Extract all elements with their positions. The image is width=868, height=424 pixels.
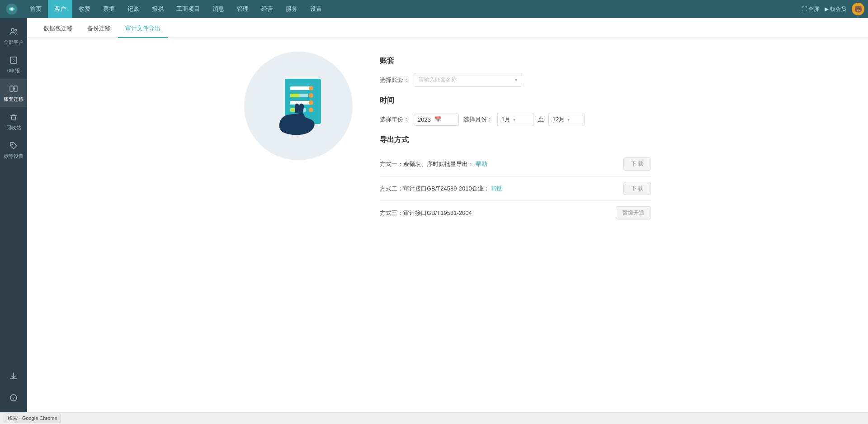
fullscreen-btn[interactable]: ⛶ 全屏 — [802, 5, 819, 13]
tab-audit-export[interactable]: 审计文件导出 — [118, 20, 168, 38]
nav-bookkeeping[interactable]: 记账 — [121, 0, 146, 18]
time-section-title: 时间 — [380, 96, 651, 105]
chevron-down-icon: ▾ — [515, 77, 517, 82]
nav-operation[interactable]: 经营 — [255, 0, 279, 18]
svg-point-2 — [11, 29, 14, 31]
export-methods: 方式一：余额表、序时账批量导出： 帮助 下 载 方式二：审计接口GB/T2458… — [380, 152, 651, 225]
svg-text:0: 0 — [13, 58, 15, 62]
status-badge: 线索 - Google Chrome — [4, 414, 61, 423]
month-start-value: 1月 — [501, 115, 510, 124]
sidebar: 全部客户 0 0申报 账套迁移 — [0, 18, 27, 412]
sidebar-item-trash[interactable]: 回收站 — [0, 107, 27, 136]
content-area: 数据包迁移 备份迁移 审计文件导出 — [27, 18, 868, 412]
nav-fee[interactable]: 收费 — [72, 0, 97, 18]
svg-point-18 — [309, 100, 313, 105]
method-1-download-btn[interactable]: 下 载 — [623, 157, 651, 171]
help-icon: ? — [8, 392, 19, 403]
calendar-icon: 📅 — [434, 116, 441, 123]
nav-manage[interactable]: 管理 — [231, 0, 255, 18]
time-row: 选择年份： 2023 📅 选择月份： 1月 ▾ 至 12月 — [380, 113, 651, 126]
avatar[interactable]: 🐻 — [852, 3, 864, 15]
svg-point-3 — [15, 29, 17, 31]
method-3-label: 方式三：审计接口GB/T19581-2004 — [380, 209, 472, 217]
month-end-value: 12月 — [552, 115, 565, 124]
method-3-trial-btn[interactable]: 暂缓开通 — [616, 206, 651, 219]
svg-point-17 — [309, 93, 313, 98]
account-section-title: 账套 — [380, 56, 651, 66]
status-bar: 线索 - Google Chrome — [0, 412, 868, 424]
fullscreen-icon: ⛶ — [802, 6, 807, 12]
svg-text:?: ? — [12, 396, 14, 400]
method-2-help-link[interactable]: 帮助 — [491, 185, 503, 192]
svg-point-16 — [309, 86, 313, 91]
main-layout: 全部客户 0 0申报 账套迁移 — [0, 18, 868, 412]
nav-items: 首页 客户 收费 票据 记账 报税 工商项目 消息 管理 经营 服务 设置 — [24, 0, 802, 18]
sidebar-item-migrate[interactable]: 账套迁移 — [0, 79, 27, 107]
download-icon — [8, 371, 19, 381]
sidebar-item-zero-report[interactable]: 0 0申报 — [0, 50, 27, 79]
year-input[interactable]: 2023 📅 — [414, 114, 459, 126]
account-row: 选择账套： 请输入账套名称 ▾ — [380, 73, 651, 87]
nav-invoice[interactable]: 票据 — [97, 0, 121, 18]
sidebar-label-trash: 回收站 — [6, 124, 21, 131]
account-label: 选择账套： — [380, 76, 409, 84]
sidebar-label-migrate: 账套迁移 — [4, 96, 24, 103]
year-value: 2023 — [418, 116, 431, 123]
tab-data-migration[interactable]: 数据包迁移 — [36, 20, 80, 38]
nav-settings[interactable]: 设置 — [304, 0, 328, 18]
method-row-1: 方式一：余额表、序时账批量导出： 帮助 下 载 — [380, 152, 651, 176]
sidebar-label-zero-report: 0申报 — [7, 67, 20, 74]
method-1-label: 方式一：余额表、序时账批量导出： 帮助 — [380, 160, 487, 168]
app-logo — [4, 1, 20, 17]
sidebar-label-tag: 标签设置 — [4, 153, 24, 160]
account-select[interactable]: 请输入账套名称 ▾ — [414, 73, 522, 87]
month-end-select[interactable]: 12月 ▾ — [548, 113, 585, 126]
method-2-label: 方式二：审计接口GB/T24589-2010企业： 帮助 — [380, 185, 503, 193]
nav-industrial[interactable]: 工商项目 — [170, 0, 206, 18]
method-row-2: 方式二：审计接口GB/T24589-2010企业： 帮助 下 载 — [380, 176, 651, 201]
tab-backup-migration[interactable]: 备份迁移 — [80, 20, 118, 38]
trash-icon — [8, 112, 19, 123]
method-row-3: 方式三：审计接口GB/T19581-2004 暂缓开通 — [380, 201, 651, 225]
sidebar-label-all-customers: 全部客户 — [4, 39, 24, 46]
sidebar-item-tag[interactable]: 标签设置 — [0, 136, 27, 164]
nav-tax[interactable]: 报税 — [146, 0, 170, 18]
form-right: 账套 选择账套： 请输入账套名称 ▾ 时间 选择年份： 2023 — [380, 52, 651, 225]
month-start-select[interactable]: 1月 ▾ — [497, 113, 533, 126]
page-content: 账套 选择账套： 请输入账套名称 ▾ 时间 选择年份： 2023 — [27, 38, 868, 412]
svg-rect-7 — [14, 86, 17, 91]
tabs-bar: 数据包迁移 备份迁移 审计文件导出 — [27, 18, 868, 38]
year-label: 选择年份： — [380, 115, 409, 124]
top-nav: 首页 客户 收费 票据 记账 报税 工商项目 消息 管理 经营 服务 设置 ⛶ … — [0, 0, 868, 18]
svg-rect-6 — [10, 86, 13, 91]
sidebar-item-download[interactable] — [6, 366, 21, 386]
chevron-down-icon-month-end: ▾ — [567, 117, 570, 122]
connector: 至 — [538, 115, 544, 124]
svg-point-1 — [10, 8, 13, 10]
export-section-title: 导出方式 — [380, 135, 651, 145]
svg-point-19 — [309, 108, 313, 112]
illustration — [244, 52, 353, 160]
svg-point-8 — [12, 144, 13, 145]
form-section: 账套 选择账套： 请输入账套名称 ▾ 时间 选择年份： 2023 — [244, 52, 651, 225]
month-label: 选择月份： — [463, 115, 493, 124]
nav-message[interactable]: 消息 — [206, 0, 231, 18]
sidebar-item-all-customers[interactable]: 全部客户 — [0, 22, 27, 50]
play-icon: ▶ — [825, 6, 829, 12]
member-btn[interactable]: ▶ 畅会员 — [825, 5, 846, 13]
top-nav-right: ⛶ 全屏 ▶ 畅会员 🐻 — [802, 3, 864, 15]
tag-icon — [8, 140, 19, 151]
account-placeholder: 请输入账套名称 — [419, 76, 457, 84]
zero-report-icon: 0 — [8, 55, 19, 66]
sidebar-item-help[interactable]: ? — [6, 388, 21, 408]
svg-rect-20 — [290, 94, 299, 97]
method-1-help-link[interactable]: 帮助 — [476, 161, 487, 167]
method-2-download-btn[interactable]: 下 载 — [623, 182, 651, 195]
chevron-down-icon-month-start: ▾ — [513, 117, 515, 122]
users-icon — [8, 26, 19, 37]
nav-customer[interactable]: 客户 — [48, 0, 72, 18]
nav-service[interactable]: 服务 — [279, 0, 304, 18]
migrate-icon — [8, 83, 19, 94]
sidebar-bottom: ? — [6, 366, 21, 412]
nav-home[interactable]: 首页 — [24, 0, 48, 18]
